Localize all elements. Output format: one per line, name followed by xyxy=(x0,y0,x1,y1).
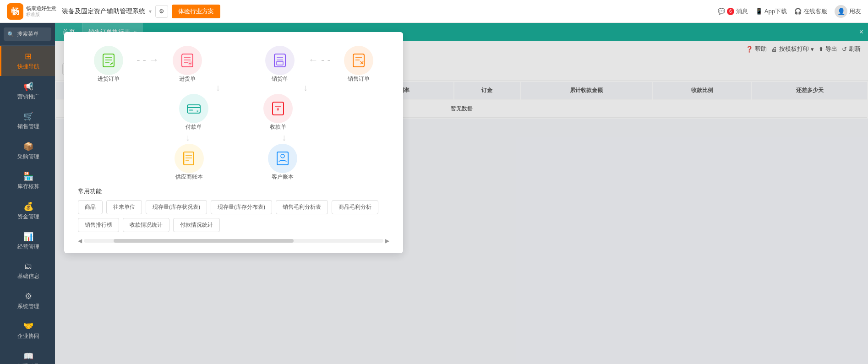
flow-arrows-row3: ↓ ↓ xyxy=(78,133,389,142)
flow-node-supplier-ledger[interactable]: 供应商账本 xyxy=(175,144,204,181)
purchase-icon: 📦 xyxy=(23,141,33,152)
app-container: 畅 畅康通好生意 标准版 装备及固定资产辅助管理系统 ▾ ⚙ 体验行业方案 💬 … xyxy=(0,0,868,364)
flow-node-purchase-order[interactable]: 进货订单 xyxy=(94,46,123,83)
system-title-area: 装备及固定资产辅助管理系统 ▾ ⚙ 体验行业方案 xyxy=(62,5,718,18)
common-functions-section: 常用功能 商品 往来单位 现存量(库存状况表) 现存量(库存分布表) 销售毛利分… xyxy=(78,187,389,232)
sidebar-item-system[interactable]: ⚙ 系统管理 xyxy=(0,286,55,316)
sidebar-item-guide[interactable]: 📖 新手引导 xyxy=(0,346,55,364)
svg-point-8 xyxy=(188,61,192,65)
btn-inventory-status[interactable]: 现存量(库存状况表) xyxy=(146,200,207,214)
flow-node-customer-ledger[interactable]: 客户账本 xyxy=(268,144,297,181)
sales-bill-icon xyxy=(265,46,295,75)
flow-row-ledgers: 供应商账本 客户账本 xyxy=(78,144,389,181)
sidebar-item-purchase[interactable]: 📦 采购管理 xyxy=(0,136,55,166)
sidebar-item-inventory[interactable]: 🏪 库存核算 xyxy=(0,166,55,196)
app-download-icon: 📱 xyxy=(755,8,763,15)
btn-inventory-distribution[interactable]: 现存量(库存分布表) xyxy=(211,200,272,214)
btn-sales-ranking[interactable]: 销售排行榜 xyxy=(78,218,119,232)
sales-icon: 🛒 xyxy=(23,111,33,121)
message-badge: 6 xyxy=(727,8,734,15)
sales-order-icon xyxy=(344,46,373,75)
message-icon: 💬 xyxy=(718,8,725,15)
flow-diagram: 进货订单 - - → 进货单 xyxy=(78,46,389,183)
btn-partners[interactable]: 往来单位 xyxy=(106,200,142,214)
down-arrow-purchase-bill: ↓ xyxy=(216,83,220,92)
logo-icon: 畅 xyxy=(7,3,23,20)
top-right-area: 💬 6 消息 📱 App下载 🎧 在线客服 👤 用友 xyxy=(718,5,861,18)
sidebar-item-operation[interactable]: 📊 经营管理 xyxy=(0,226,55,256)
svg-rect-23 xyxy=(184,152,194,165)
scrollbar-right-arrow[interactable]: ▶ xyxy=(385,238,389,244)
common-buttons-row2: 销售排行榜 收款情况统计 付款情况统计 xyxy=(78,218,389,232)
purchase-bill-icon xyxy=(173,46,202,75)
btn-payment-stats[interactable]: 付款情况统计 xyxy=(173,218,220,232)
online-service-button[interactable]: 🎧 在线客服 xyxy=(794,7,827,16)
down-arrow-sales-bill: ↓ xyxy=(303,83,308,92)
logo-text: 畅康通好生意 标准版 xyxy=(26,5,56,17)
operation-icon: 📊 xyxy=(23,232,33,242)
collab-icon: 🤝 xyxy=(23,321,33,331)
arrow-sales-order-to-bill: ← - - xyxy=(308,54,331,75)
down-arrow-receipt: ↓ xyxy=(282,133,286,142)
arrow-purchase-order-to-bill: - - → xyxy=(136,54,159,75)
common-buttons-row1: 商品 往来单位 现存量(库存状况表) 现存量(库存分布表) 销售毛利分析表 商品… xyxy=(78,200,389,214)
btn-sales-margin-table[interactable]: 销售毛利分析表 xyxy=(276,200,328,214)
trial-button[interactable]: 体验行业方案 xyxy=(172,5,220,18)
btn-product-margin[interactable]: 商品毛利分析 xyxy=(332,200,378,214)
system-icon: ⚙ xyxy=(25,291,32,301)
flow-node-purchase-bill[interactable]: 进货单 xyxy=(173,46,202,83)
search-icon: 🔍 xyxy=(7,31,14,38)
main-layout: 🔍 搜索菜单 ⊞ 快捷导航 📢 营销推广 🛒 销售管理 📦 采购管理 xyxy=(0,23,868,364)
svg-point-29 xyxy=(281,154,284,158)
svg-rect-13 xyxy=(353,54,364,67)
message-button[interactable]: 💬 6 消息 xyxy=(718,7,748,16)
user-menu[interactable]: 👤 用友 xyxy=(835,5,861,18)
purchase-order-icon xyxy=(94,46,123,75)
flow-node-sales-order[interactable]: 销售订单 xyxy=(344,46,373,83)
flow-node-receipt[interactable]: ¥ 收款单 xyxy=(263,94,293,131)
settings-button[interactable]: ⚙ xyxy=(155,5,168,18)
sidebar-item-collab[interactable]: 🤝 企业协同 xyxy=(0,315,55,346)
btn-receipt-stats[interactable]: 收款情况统计 xyxy=(123,218,169,232)
svg-rect-18 xyxy=(189,109,193,111)
flow-node-payment[interactable]: ¥ 付款单 xyxy=(179,94,208,131)
content-area: 首页 销售订单执行表 × × ❓ 帮助 🖨 xyxy=(55,23,868,364)
sidebar-item-marketing[interactable]: 📢 营销推广 xyxy=(0,76,55,106)
basic-icon: 🗂 xyxy=(24,261,33,271)
scrollbar-left-arrow[interactable]: ◀ xyxy=(78,238,82,244)
top-bar: 畅 畅康通好生意 标准版 装备及固定资产辅助管理系统 ▾ ⚙ 体验行业方案 💬 … xyxy=(0,0,868,23)
system-title: 装备及固定资产辅助管理系统 xyxy=(62,7,145,16)
logo-area: 畅 畅康通好生意 标准版 xyxy=(7,3,62,20)
scrollbar-track[interactable] xyxy=(84,239,383,243)
svg-text:¥: ¥ xyxy=(196,109,199,113)
modal-box: 进货订单 - - → 进货单 xyxy=(64,32,403,253)
avatar: 👤 xyxy=(835,5,847,18)
search-menu-button[interactable]: 🔍 搜索菜单 xyxy=(4,27,51,41)
modal-overlay[interactable]: 进货订单 - - → 进货单 xyxy=(55,23,868,364)
sidebar-item-sales[interactable]: 🛒 销售管理 xyxy=(0,106,55,136)
svg-text:¥: ¥ xyxy=(276,107,279,112)
app-download-button[interactable]: 📱 App下载 xyxy=(755,7,787,16)
title-dropdown-icon[interactable]: ▾ xyxy=(149,8,152,15)
flow-arrows-row2: ↓ ↓ xyxy=(78,83,389,92)
customer-ledger-icon xyxy=(268,144,297,173)
common-functions-title: 常用功能 xyxy=(78,187,389,196)
sidebar-item-quicknav[interactable]: ⊞ 快捷导航 xyxy=(0,46,55,76)
flow-node-sales-bill[interactable]: 销货单 xyxy=(265,46,295,83)
payment-icon: ¥ xyxy=(179,94,208,123)
sidebar: 🔍 搜索菜单 ⊞ 快捷导航 📢 营销推广 🛒 销售管理 📦 采购管理 xyxy=(0,23,55,364)
finance-icon: 💰 xyxy=(23,201,33,212)
down-arrow-payment: ↓ xyxy=(186,133,190,142)
btn-product[interactable]: 商品 xyxy=(78,200,103,214)
quicknav-icon: ⊞ xyxy=(25,51,32,61)
sidebar-item-basic[interactable]: 🗂 基础信息 xyxy=(0,256,55,286)
sidebar-search-area: 🔍 搜索菜单 xyxy=(0,23,55,46)
sidebar-item-finance[interactable]: 💰 资金管理 xyxy=(0,196,55,226)
scrollbar-thumb[interactable] xyxy=(114,239,293,243)
supplier-ledger-icon xyxy=(175,144,204,173)
receipt-icon: ¥ xyxy=(263,94,293,123)
svg-rect-24 xyxy=(183,153,185,164)
svg-rect-28 xyxy=(277,152,288,165)
marketing-icon: 📢 xyxy=(23,81,33,92)
guide-icon: 📖 xyxy=(23,351,33,361)
